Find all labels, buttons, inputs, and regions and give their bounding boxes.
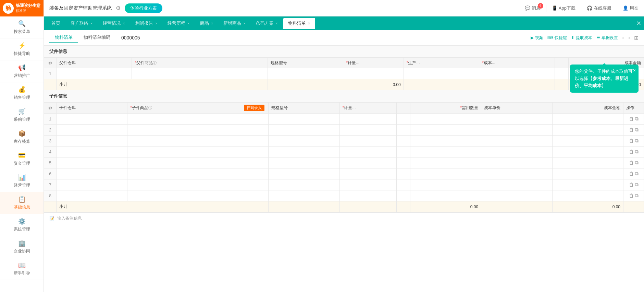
user-action[interactable]: 👤 用友 bbox=[623, 5, 639, 11]
tab-barcode[interactable]: 条码方案 × bbox=[251, 18, 283, 29]
child-cell-spec-1[interactable] bbox=[269, 114, 339, 125]
tab-new-goods[interactable]: 新增商品 × bbox=[219, 18, 250, 29]
child-cell-unit-7[interactable] bbox=[339, 179, 396, 190]
bottom-hint-text[interactable]: 输入备注信息 bbox=[57, 215, 82, 221]
child-cell-unit-1[interactable] bbox=[339, 114, 396, 125]
tab-bom-close[interactable]: × bbox=[308, 21, 310, 25]
delete-icon-3[interactable]: 🗑 bbox=[629, 138, 634, 144]
child-cell-spec-4[interactable] bbox=[269, 147, 339, 157]
sidebar-item-enterprise[interactable]: 🏢 企业协同 bbox=[0, 236, 44, 258]
sidebar-item-operations[interactable]: 📊 经营管理 bbox=[0, 170, 44, 192]
delete-icon-4[interactable]: 🗑 bbox=[629, 149, 634, 155]
sidebar-item-search[interactable]: 🔍 搜索菜单 bbox=[0, 16, 44, 38]
sidebar-item-quick-nav[interactable]: ⚡ 快捷导航 bbox=[0, 38, 44, 60]
single-settings-action[interactable]: ☰ 单据设置 bbox=[596, 35, 618, 41]
child-cell-unit-3[interactable] bbox=[339, 136, 396, 147]
shortcut-action[interactable]: ⌨ 快捷键 bbox=[547, 35, 567, 41]
child-cell-unit-4[interactable] bbox=[339, 147, 396, 157]
tab-goods-close[interactable]: × bbox=[211, 21, 213, 25]
sub-tab-bom-code[interactable]: 物料清单编码 bbox=[78, 33, 116, 43]
child-cell-unit-5[interactable] bbox=[339, 157, 396, 168]
sidebar-item-purchase[interactable]: 🛒 采购管理 bbox=[0, 104, 44, 126]
tab-history[interactable]: 经营历程 × bbox=[163, 18, 194, 29]
online-service-action[interactable]: 🎧 在线客服 bbox=[587, 5, 611, 11]
sidebar-item-marketing[interactable]: 📢 营销推广 bbox=[0, 60, 44, 82]
tab-customers[interactable]: 客户联络 × bbox=[66, 18, 97, 29]
expand-icon[interactable]: ⊞ bbox=[634, 35, 639, 41]
child-cell-unit-8[interactable] bbox=[339, 190, 396, 201]
child-cell-product-6[interactable] bbox=[127, 168, 241, 179]
tab-operations-close[interactable]: × bbox=[123, 21, 125, 25]
child-cell-spec-6[interactable] bbox=[269, 168, 339, 179]
view-action[interactable]: ▶ 视频 bbox=[531, 35, 543, 41]
child-cell-warehouse-8[interactable] bbox=[57, 190, 127, 201]
child-cell-unit-cost-4[interactable] bbox=[481, 147, 552, 157]
sidebar-item-guide[interactable]: 📖 新手引导 bbox=[0, 258, 44, 280]
child-cell-warehouse-7[interactable] bbox=[57, 179, 127, 190]
child-cell-unit-2[interactable] bbox=[339, 125, 396, 136]
parent-cell-unit-1[interactable] bbox=[343, 68, 404, 79]
tab-customers-close[interactable]: × bbox=[90, 21, 92, 25]
experience-btn[interactable]: 体验行业方案 bbox=[125, 3, 162, 13]
copy-icon-6[interactable]: ⧉ bbox=[635, 171, 639, 177]
child-cell-spec-2[interactable] bbox=[269, 125, 339, 136]
child-cell-unit-cost-8[interactable] bbox=[481, 190, 552, 201]
child-cell-product-1[interactable] bbox=[127, 114, 241, 125]
child-gear-icon[interactable]: ⚙ bbox=[48, 106, 52, 110]
nav-next-icon[interactable]: › bbox=[628, 35, 630, 41]
child-cell-qty-4[interactable] bbox=[410, 147, 481, 157]
parent-cell-warehouse-1[interactable] bbox=[57, 68, 132, 79]
nav-prev-icon[interactable]: ‹ bbox=[622, 35, 624, 41]
app-download-action[interactable]: 📱 App下载 bbox=[552, 5, 575, 11]
tooltip-close-icon[interactable]: × bbox=[633, 67, 636, 74]
child-cell-qty-5[interactable] bbox=[410, 157, 481, 168]
copy-icon-5[interactable]: ⧉ bbox=[635, 160, 639, 166]
delete-icon-7[interactable]: 🗑 bbox=[629, 182, 634, 188]
tab-home[interactable]: 首页 bbox=[47, 18, 65, 29]
child-cell-product-8[interactable] bbox=[127, 190, 241, 201]
sidebar-item-sales[interactable]: 💰 销售管理 bbox=[0, 82, 44, 104]
parent-cell-production-1[interactable] bbox=[404, 68, 479, 79]
sidebar-item-basic-info[interactable]: 📋 基础信息 bbox=[0, 192, 44, 214]
child-cell-product-3[interactable] bbox=[127, 136, 241, 147]
delete-icon-8[interactable]: 🗑 bbox=[629, 193, 634, 199]
tab-profit[interactable]: 利润报告 × bbox=[131, 18, 162, 29]
copy-icon-8[interactable]: ⧉ bbox=[635, 193, 639, 199]
child-cell-qty-6[interactable] bbox=[410, 168, 481, 179]
child-cell-unit-cost-3[interactable] bbox=[481, 136, 552, 147]
child-cell-unit-cost-2[interactable] bbox=[481, 125, 552, 136]
tab-barcode-close[interactable]: × bbox=[276, 21, 278, 25]
child-cell-unit-cost-7[interactable] bbox=[481, 179, 552, 190]
child-cell-qty-3[interactable] bbox=[410, 136, 481, 147]
copy-icon-2[interactable]: ⧉ bbox=[635, 127, 639, 133]
tab-bom[interactable]: 物料清单 × bbox=[283, 18, 315, 29]
close-all-tabs-icon[interactable]: ✕ bbox=[636, 20, 641, 27]
delete-icon-2[interactable]: 🗑 bbox=[629, 127, 634, 133]
child-cell-spec-5[interactable] bbox=[269, 157, 339, 168]
gear-icon[interactable]: ⚙ bbox=[48, 61, 52, 66]
delete-icon-1[interactable]: 🗑 bbox=[629, 116, 634, 122]
delete-icon-5[interactable]: 🗑 bbox=[629, 160, 634, 166]
child-cell-warehouse-1[interactable] bbox=[57, 114, 127, 125]
child-cell-spec-8[interactable] bbox=[269, 190, 339, 201]
sidebar-item-finance[interactable]: 💳 资金管理 bbox=[0, 148, 44, 170]
child-cell-qty-1[interactable] bbox=[410, 114, 481, 125]
parent-cell-product-1[interactable] bbox=[132, 68, 268, 79]
tab-goods[interactable]: 商品 × bbox=[195, 18, 218, 29]
child-cell-qty-8[interactable] bbox=[410, 190, 481, 201]
parent-cell-spec-1[interactable] bbox=[268, 68, 343, 79]
child-cell-product-2[interactable] bbox=[127, 125, 241, 136]
message-action[interactable]: 💬 消息 6 bbox=[525, 5, 541, 11]
tab-operations[interactable]: 经营情况 × bbox=[98, 18, 129, 29]
copy-icon-3[interactable]: ⧉ bbox=[635, 138, 639, 144]
child-cell-product-5[interactable] bbox=[127, 157, 241, 168]
parent-cell-cost-1[interactable] bbox=[479, 68, 555, 79]
child-cell-product-7[interactable] bbox=[127, 179, 241, 190]
child-cell-warehouse-5[interactable] bbox=[57, 157, 127, 168]
sidebar-item-inventory[interactable]: 📦 库存核算 bbox=[0, 126, 44, 148]
child-cell-unit-6[interactable] bbox=[339, 168, 396, 179]
copy-icon-7[interactable]: ⧉ bbox=[635, 182, 639, 188]
child-cell-warehouse-4[interactable] bbox=[57, 147, 127, 157]
sub-tab-bom-list[interactable]: 物料清单 bbox=[49, 33, 78, 43]
child-cell-spec-7[interactable] bbox=[269, 179, 339, 190]
